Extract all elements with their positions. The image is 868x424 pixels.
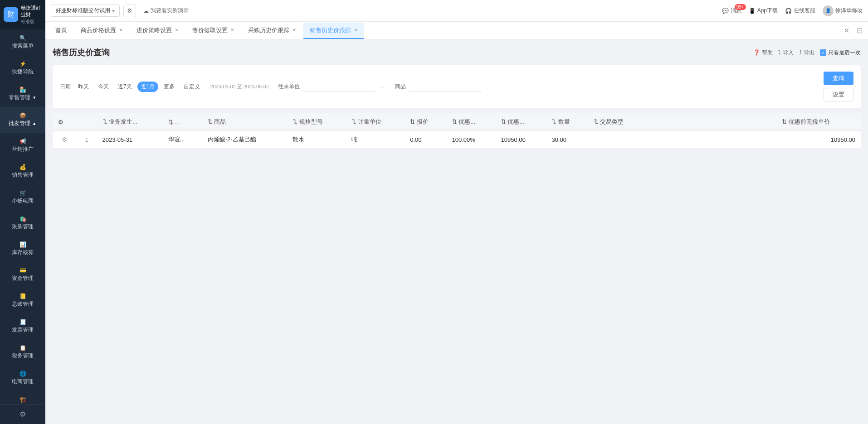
- sidebar-item-fixed-assets[interactable]: 🏗️ 固定资产: [0, 391, 45, 404]
- import-button[interactable]: ⤵ 导入: [778, 49, 794, 57]
- message-button[interactable]: 💬 消息 99+: [722, 7, 741, 14]
- tab-close-icon[interactable]: ✕: [119, 27, 123, 33]
- tab-sale-extract[interactable]: 售价提取设置 ✕: [186, 23, 241, 39]
- col-discount-pct[interactable]: ⇅ 优惠...: [447, 113, 496, 131]
- demo-link[interactable]: ☁ 我要看实例演示: [140, 5, 192, 16]
- logo-icon: 财: [4, 7, 18, 22]
- filter-settings-button[interactable]: 设置: [824, 88, 853, 101]
- sort-icon: ⇅: [782, 118, 787, 125]
- sidebar-item-search[interactable]: 🔍 搜索菜单: [0, 29, 45, 55]
- tab-purchase-history-label: 采购历史价跟踪: [248, 26, 289, 34]
- sidebar-gear-icon[interactable]: ⚙: [0, 410, 45, 419]
- topbar-gear-button[interactable]: ⚙: [123, 5, 136, 17]
- sidebar-item-wholesale[interactable]: 📦 批发管理 ▲: [0, 107, 45, 133]
- from-unit-more-button[interactable]: …: [378, 82, 386, 91]
- tab-purchase-history[interactable]: 采购历史价跟踪 ✕: [242, 23, 302, 39]
- col-row-num: [77, 113, 97, 131]
- col-pretax-price[interactable]: ⇅ 优惠前无税单价: [776, 113, 861, 131]
- tab-purchase-strategy[interactable]: 进价策略设置 ✕: [130, 23, 185, 39]
- sidebar-item-ledger[interactable]: 📒 总账管理: [0, 288, 45, 313]
- tab-purchase-strategy-label: 进价策略设置: [137, 26, 172, 34]
- export-button[interactable]: ⤴ 导出: [799, 49, 814, 57]
- row-spacer: [647, 131, 776, 149]
- invoice-icon: 🧾: [0, 319, 45, 325]
- sidebar-item-tax[interactable]: 📋 税务管理: [0, 339, 45, 365]
- app-logo: 财 畅捷通好业财 标准版: [0, 0, 45, 29]
- sidebar-item-label: 电商管理: [0, 378, 45, 385]
- date-btn-custom[interactable]: 自定义: [180, 82, 204, 92]
- tab-sales-history[interactable]: 销售历史价跟踪 ✕: [303, 23, 364, 39]
- row-gear-icon[interactable]: ⚙: [62, 136, 68, 143]
- online-service-label: 在线客服: [794, 7, 815, 14]
- col-quantity[interactable]: ⇅ 数量: [546, 113, 588, 131]
- col-discount-amt[interactable]: ⇅ 优惠...: [496, 113, 546, 131]
- sidebar-item-label: 销售管理: [0, 171, 45, 179]
- sidebar-item-invoice[interactable]: 🧾 发票管理: [0, 313, 45, 339]
- app-download-button[interactable]: 📱 App下载: [749, 7, 778, 14]
- window-maximize-button[interactable]: ⊡: [855, 24, 864, 37]
- sidebar-item-ecommerce[interactable]: 🌐 电商管理: [0, 365, 45, 391]
- product-input[interactable]: [409, 82, 481, 92]
- import-icon: ⤵: [778, 49, 781, 56]
- purchase-icon: 🛍️: [0, 216, 45, 222]
- only-last-checkbox[interactable]: ✓ 只看最后一次: [820, 49, 861, 57]
- col-gear: ⚙: [53, 113, 77, 131]
- from-unit-label: 往来单位: [278, 83, 300, 91]
- date-btn-yesterday[interactable]: 昨天: [74, 82, 93, 92]
- tab-close-icon[interactable]: ✕: [230, 27, 234, 33]
- tab-price-settings[interactable]: 商品价格设置 ✕: [74, 23, 129, 39]
- logo-sub: 标准版: [21, 19, 42, 25]
- query-button[interactable]: 查询: [824, 72, 853, 85]
- sidebar-item-inventory[interactable]: 📊 库存核算: [0, 236, 45, 262]
- sidebar-item-retail[interactable]: 🏪 零售管理 ▼: [0, 81, 45, 107]
- product-more-button[interactable]: …: [484, 82, 492, 91]
- date-btn-last1m[interactable]: 近1月: [137, 82, 159, 92]
- table-gear-icon[interactable]: ⚙: [58, 119, 63, 125]
- col-product[interactable]: ⇅ 商品: [202, 113, 287, 131]
- table-body: ⚙ 1 2023-05-31 华谊... 丙烯酸-2-乙基己酯 散水 吨 0.0…: [53, 131, 861, 149]
- col-more[interactable]: ⇅ ...: [163, 113, 202, 131]
- user-info[interactable]: 👤 徐泽华修改: [823, 5, 863, 16]
- row-pretax-price: 10950.00: [776, 131, 861, 149]
- tab-close-icon[interactable]: ✕: [354, 27, 358, 33]
- ledger-icon: 📒: [0, 293, 45, 299]
- col-price[interactable]: ⇅ 报价: [405, 113, 446, 131]
- col-unit[interactable]: ⇅ 计量单位: [346, 113, 405, 131]
- sales-icon: 💰: [0, 164, 45, 170]
- help-button[interactable]: ❓ 帮助: [753, 49, 773, 57]
- col-spec[interactable]: ⇅ 规格型号: [287, 113, 346, 131]
- tab-close-icon[interactable]: ✕: [175, 27, 179, 33]
- sidebar-item-marketing[interactable]: 📢 营销推广: [0, 133, 45, 159]
- date-btn-last7[interactable]: 近7天: [114, 82, 136, 92]
- sidebar-item-sales[interactable]: 💰 销售管理: [0, 159, 45, 184]
- header-actions: ❓ 帮助 ⤵ 导入 ⤴ 导出 ✓ 只看最后一次: [753, 49, 861, 57]
- app-download-icon: 📱: [749, 8, 756, 14]
- tab-price-settings-label: 商品价格设置: [81, 26, 116, 34]
- row-discount-pct: 100.00%: [447, 131, 496, 149]
- topbar: 好业财标准版交付试用 ▾ ⚙ ☁ 我要看实例演示 💬 消息 99+ 📱 App下…: [45, 0, 868, 22]
- topbar-left: 好业财标准版交付试用 ▾ ⚙ ☁ 我要看实例演示: [51, 5, 717, 17]
- date-filter-group: 日期 昨天 今天 近7天 近1月 更多 自定义 2023-05-02 至 202…: [60, 82, 269, 92]
- ecommerce-small-icon: 🛒: [0, 190, 45, 196]
- from-unit-input[interactable]: [302, 82, 375, 92]
- version-selector[interactable]: 好业财标准版交付试用 ▾: [51, 5, 120, 17]
- tab-close-icon[interactable]: ✕: [292, 27, 296, 33]
- tab-home[interactable]: 首页: [49, 23, 73, 39]
- quicknav-icon: ⚡: [0, 61, 45, 67]
- sort-icon: ⇅: [351, 118, 356, 125]
- date-btn-today[interactable]: 今天: [94, 82, 112, 92]
- online-service-button[interactable]: 🎧 在线客服: [785, 7, 815, 14]
- tab-sale-extract-label: 售价提取设置: [192, 26, 228, 34]
- date-filter-options: 昨天 今天 近7天 近1月 更多 自定义: [74, 82, 204, 92]
- date-btn-more[interactable]: 更多: [160, 82, 178, 92]
- sidebar-settings[interactable]: ⚙: [0, 404, 45, 424]
- col-trade-type[interactable]: ⇅ 交易类型: [588, 113, 647, 131]
- sidebar-item-finance[interactable]: 💳 资金管理: [0, 262, 45, 288]
- window-close-button[interactable]: ✕: [842, 24, 851, 37]
- help-label: 帮助: [762, 49, 773, 57]
- col-biz-date[interactable]: ⇅ 业务发生...: [97, 113, 163, 131]
- sidebar-item-ecommerce-small[interactable]: 🛒 小畅电商: [0, 184, 45, 210]
- sidebar-item-purchase[interactable]: 🛍️ 采购管理: [0, 210, 45, 236]
- sidebar-item-quicknav[interactable]: ⚡ 快捷导航: [0, 55, 45, 81]
- page-content: 销售历史价查询 ❓ 帮助 ⤵ 导入 ⤴ 导出 ✓ 只看最后一次: [45, 40, 868, 424]
